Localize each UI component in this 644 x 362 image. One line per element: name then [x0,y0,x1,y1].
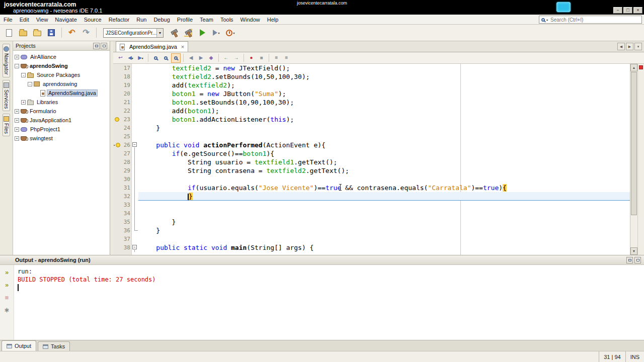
code-line[interactable]: 23 boton1.addActionListener(this); [113,115,644,124]
forward-icon[interactable]: ▶▾ [136,53,145,63]
code-line[interactable]: 25 [113,132,644,141]
code-line[interactable]: 34 [113,209,644,218]
code-line[interactable]: 28 String usuario = textfield1.getText()… [113,158,644,166]
code-line[interactable]: 32 } [113,192,644,201]
toggle-bookmark-icon[interactable]: ◆ [206,53,216,63]
menu-help[interactable]: Help [264,15,282,24]
shift-line-left-icon[interactable]: ← [221,53,231,63]
code-line[interactable]: 38− public static void main(String[] arg… [113,243,644,252]
new-file-button[interactable] [3,26,16,39]
menu-window[interactable]: Window [237,15,264,24]
code-line[interactable]: 29 String contrasena = textfield2.getTex… [113,166,644,175]
menu-view[interactable]: View [33,15,52,24]
profile-dropdown-icon[interactable]: ▾ [233,31,234,35]
collapse-toggle-icon[interactable]: - [15,64,19,68]
combo-arrow-icon[interactable]: ▼ [156,29,163,37]
tree-node[interactable]: -Source Packages [13,70,110,79]
build-project-button[interactable] [168,26,181,39]
side-tab-services[interactable]: Services [3,80,10,111]
stop-build-icon[interactable]: ■ [3,293,12,301]
search-box[interactable]: ▾ [539,16,642,24]
tree-node[interactable]: +Formulario [13,107,110,116]
code-line[interactable]: 20 boton1 = new JButton("Suma"); [113,89,644,98]
hint-bulb-icon[interactable] [116,143,120,147]
ant-settings-icon[interactable]: ∗ [3,306,12,314]
fold-toggle-icon[interactable]: − [132,245,137,249]
menu-debug[interactable]: Debug [150,15,173,24]
tree-node[interactable]: +Libraries [13,98,110,107]
maximize-output-icon[interactable] [634,257,641,263]
tree-node[interactable]: -aprendoswing [13,79,110,88]
scroll-down-icon[interactable]: ▼ [630,247,637,255]
run-project-button[interactable] [196,26,209,39]
tree-node[interactable]: AprendoSwing.java [13,88,110,98]
scrollbar-thumb[interactable] [631,72,637,215]
new-project-button[interactable] [17,26,30,39]
minimize-panel-icon[interactable] [101,43,107,49]
expand-toggle-icon[interactable]: + [15,127,19,132]
start-macro-recording-icon[interactable]: ● [247,53,256,63]
open-project-button[interactable] [31,26,44,39]
expand-toggle-icon[interactable]: + [21,100,26,105]
rerun-icon[interactable]: » [3,268,12,276]
code-line[interactable]: 17 textfield2 = new JTextField(); [113,64,644,72]
search-dropdown-icon[interactable]: ▾ [546,18,548,22]
tree-node[interactable]: +AirAlliance [13,52,110,61]
hint-bulb-icon[interactable] [115,117,119,122]
expand-toggle-icon[interactable]: + [15,109,19,114]
last-edit-position-icon[interactable]: ↩ [116,53,125,63]
code-line[interactable]: 33 [113,201,644,209]
code-line[interactable]: 22 add(boton1); [113,107,644,115]
next-bookmark-icon[interactable]: ▶ [196,53,206,63]
expand-toggle-icon[interactable]: + [15,136,19,141]
code-line[interactable]: 27 if(e.getSource()==boton1){ [113,149,644,158]
tree-node[interactable]: -aprendoSwing [13,61,110,70]
bottom-tab-tasks[interactable]: Tasks [38,341,70,351]
save-all-button[interactable] [45,26,58,39]
code-line[interactable]: 21 boton1.setBounds(10,90,100,30); [113,98,644,107]
code-line[interactable]: 35 } [113,218,644,226]
code-line[interactable]: 36 } [113,226,644,235]
collapse-toggle-icon[interactable]: - [21,73,26,77]
shift-line-right-icon[interactable]: → [231,53,241,63]
toggle-highlight-search-icon[interactable] [171,53,181,63]
code-line[interactable]: 24 } [113,124,644,132]
close-tab-icon[interactable]: × [181,44,184,50]
code-line[interactable]: 30 [113,175,644,184]
minimize-button[interactable]: − [613,7,622,14]
tree-node[interactable]: +JavaApplication1 [13,116,110,125]
float-panel-icon[interactable] [93,43,100,49]
code-area[interactable]: 17 textfield2 = new JTextField();18 text… [113,64,644,255]
scroll-tabs-right-icon[interactable]: ▶ [626,43,633,50]
side-tab-files[interactable]: Files [3,114,10,136]
scroll-up-icon[interactable]: ▲ [630,64,637,71]
menu-navigate[interactable]: Navigate [51,15,80,24]
menu-edit[interactable]: Edit [16,15,33,24]
scroll-tabs-left-icon[interactable]: ◀ [617,43,625,50]
debug-project-button[interactable]: ▾ [210,26,223,39]
tab-list-icon[interactable]: ▾ [634,43,642,50]
run-configuration-select[interactable]: J2SEConfigurationPr... ▼ [103,28,164,38]
menu-tools[interactable]: Tools [217,15,237,24]
code-line[interactable]: 31 if(usuario.equals("Jose Vicente")==tr… [113,184,644,192]
error-stripe[interactable] [637,64,644,255]
uncomment-icon[interactable]: ≡ [282,53,291,63]
stop-macro-recording-icon[interactable]: ■ [257,53,266,63]
menu-file[interactable]: File [0,15,16,24]
expand-toggle-icon[interactable]: + [15,55,19,59]
code-line[interactable]: 37 [113,235,644,243]
side-tab-navigator[interactable]: Navigator [3,44,10,77]
menu-team[interactable]: Team [196,15,217,24]
tree-node[interactable]: +swingtest [13,134,110,143]
code-line[interactable]: 18 textfield2.setBounds(10,50,100,30); [113,72,644,81]
debug-dropdown-icon[interactable]: ▾ [218,31,219,35]
minimize-output-icon[interactable] [626,257,633,263]
previous-bookmark-icon[interactable]: ◀ [186,53,196,63]
fold-toggle-icon[interactable]: − [132,142,137,147]
bottom-tab-output[interactable]: Output [2,340,36,351]
close-button[interactable]: × [633,7,642,14]
maximize-button[interactable]: □ [623,7,632,14]
code-line[interactable]: ▾26− public void actionPerformed(ActionE… [113,141,644,149]
menu-run[interactable]: Run [133,15,150,24]
editor-vertical-scrollbar[interactable]: ▲ ▼ [630,64,637,255]
